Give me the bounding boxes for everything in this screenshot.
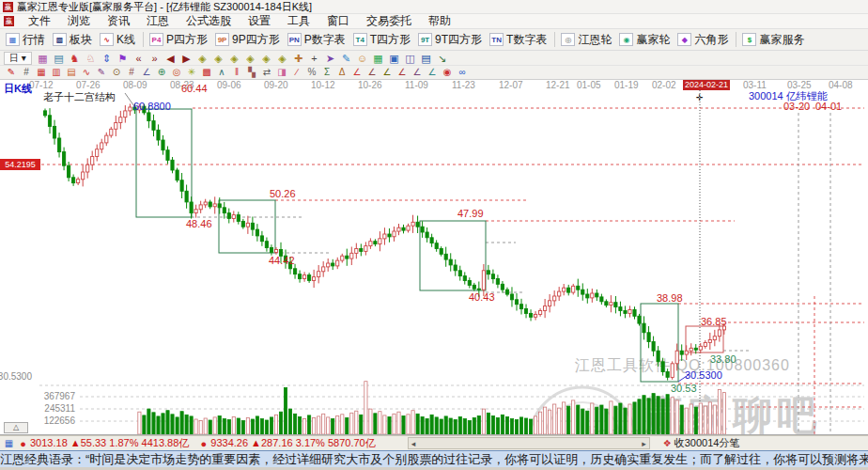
gann-box2-tool-icon[interactable]: ▥ <box>49 66 64 79</box>
hash-tool-icon[interactable]: # <box>124 66 139 79</box>
annotate-icon[interactable]: ✎ <box>338 52 354 65</box>
fence-tool-icon[interactable]: ▚ <box>244 66 259 79</box>
target-tool-icon[interactable]: ◎ <box>169 66 184 79</box>
scroll-right-icon[interactable]: ▸ <box>639 439 649 448</box>
menu-item-8[interactable]: 交易委托 <box>358 13 420 29</box>
gann-wheel-button[interactable]: ◎江恩轮 <box>558 31 616 49</box>
p-square-button[interactable]: P4P四方形 <box>147 31 212 49</box>
t-square-button[interactable]: T4T四方形 <box>350 31 415 49</box>
crosshair-icon[interactable]: + <box>306 52 322 65</box>
menu-item-9[interactable]: 帮助 <box>420 13 459 29</box>
quote-grid-icon[interactable]: ▦ <box>2 437 16 449</box>
gann-box-tool-icon[interactable]: ▦ <box>34 66 49 79</box>
tick-data-link[interactable]: ❖ 收300014分笔 <box>663 436 740 450</box>
index-icon-0[interactable]: ● <box>16 437 30 449</box>
wave-tool-icon[interactable]: ∿ <box>79 66 94 79</box>
notes-icon[interactable]: ▤ <box>51 52 67 65</box>
menu-item-4[interactable]: 公式选股 <box>178 13 240 29</box>
index-quote-1[interactable]: 9334.26 ▲287.16 3.17% 5870.70亿 <box>210 436 375 450</box>
compass-tool-icon[interactable]: ⊕ <box>154 66 169 79</box>
gann-gem-1-icon[interactable]: ◈ <box>194 52 210 65</box>
go-first-icon[interactable]: « <box>131 52 147 65</box>
gann-gem-3-icon[interactable]: ◈ <box>226 52 242 65</box>
horizontal-scrollbar[interactable]: ◂ ▸ <box>408 437 650 449</box>
pencil-tool-icon[interactable]: ✎ <box>4 66 19 79</box>
9p-square-button[interactable]: 9P9P四方形 <box>212 31 285 49</box>
slope5-tool-icon[interactable]: ∠ <box>410 66 425 79</box>
hexagon-button[interactable]: ◆六角形 <box>674 31 733 49</box>
go-last-icon[interactable]: » <box>147 52 163 65</box>
sectors-button[interactable]: ▩板块 <box>50 31 97 49</box>
menu-item-7[interactable]: 窗口 <box>318 13 358 29</box>
pillars-tool-icon[interactable]: ‖ <box>229 66 244 79</box>
select-arrow-icon[interactable]: ➤ <box>322 52 338 65</box>
wave2-icon[interactable]: ∞ <box>455 66 470 79</box>
horse-red-icon[interactable]: ♞ <box>67 52 83 65</box>
winner-service-button[interactable]: $赢家服务 <box>739 31 809 49</box>
candle <box>241 219 244 229</box>
gann-gem-6-icon[interactable]: ◈ <box>274 52 290 65</box>
screen-tool-icon[interactable]: ◨ <box>274 66 289 79</box>
9t-square-button[interactable]: 9T9T四方形 <box>415 31 487 49</box>
candle <box>397 224 400 235</box>
pen2-tool-icon[interactable]: ✎ <box>94 66 109 79</box>
candlestick-chart-svg[interactable] <box>0 80 868 435</box>
volume-bar <box>209 420 211 434</box>
index-quote-0[interactable]: 3013.18 ▲55.33 1.87% 4413.88亿 <box>30 436 189 450</box>
peaks-tool-icon[interactable]: ∧ <box>214 66 229 79</box>
go-prev-icon[interactable]: ◀ <box>163 52 178 65</box>
swap-vertical-icon[interactable]: ⇕ <box>99 52 115 65</box>
horse-outline-icon[interactable]: ♘ <box>83 52 99 65</box>
menu-item-1[interactable]: 浏览 <box>59 13 99 29</box>
p-table-button[interactable]: PNP数字表 <box>285 31 350 49</box>
quotes-button[interactable]: ▦行情 <box>3 31 50 49</box>
star-tool-icon[interactable]: ✳ <box>184 66 199 79</box>
sigma-tool-icon[interactable]: Σ <box>319 66 334 79</box>
slope3-tool-icon[interactable]: ∠ <box>380 66 395 79</box>
t-table-button[interactable]: TNT数字表 <box>487 31 551 49</box>
fan1-tool-icon[interactable]: ∕ <box>289 66 304 79</box>
panel-grid-icon[interactable]: ▦ <box>370 52 386 65</box>
menu-item-5[interactable]: 设置 <box>240 13 279 29</box>
delta-tool-icon[interactable]: Δ <box>334 66 349 79</box>
slope4-tool-icon[interactable]: ∠ <box>395 66 410 79</box>
period-day-dropdown[interactable]: 日 ▾ <box>4 52 32 65</box>
export-icon[interactable]: ↘ <box>434 52 450 65</box>
winner-wheel-button[interactable]: ◉赢家轮 <box>616 31 674 49</box>
cycle-tool-icon[interactable]: ⊙ <box>109 66 124 79</box>
menu-item-0[interactable]: 文件 <box>20 13 59 29</box>
volume-bar <box>355 411 358 434</box>
slope1-tool-icon[interactable]: ∠ <box>349 66 364 79</box>
hand-drag-icon[interactable]: ✚ <box>290 52 306 65</box>
collapse-panel-button[interactable]: △ <box>4 422 28 433</box>
percent-tool-icon[interactable]: % <box>304 66 319 79</box>
go-next-icon[interactable]: ▶ <box>178 52 194 65</box>
price-annotation: 老子十二宫结构 <box>43 91 116 102</box>
save-icon[interactable]: ▤ <box>418 52 434 65</box>
flag-icon[interactable]: ⚑ <box>115 52 131 65</box>
price-label-tool-icon[interactable]: ▤ <box>64 66 79 79</box>
scroll-left-icon[interactable]: ◂ <box>409 439 419 448</box>
candle <box>463 272 466 284</box>
axis-date: 07-26 <box>76 80 101 90</box>
grid-tool-icon[interactable]: # <box>19 66 34 79</box>
gann-gem-4-icon[interactable]: ◈ <box>242 52 258 65</box>
angle-tool-icon[interactable]: ∠ <box>139 66 154 79</box>
index-icon-1[interactable]: ● <box>196 437 210 449</box>
block-tool-icon[interactable]: ▩ <box>199 66 214 79</box>
slope2-tool-icon[interactable]: ∠ <box>364 66 380 79</box>
template-icon[interactable]: ▦ <box>35 52 51 65</box>
menu-item-3[interactable]: 江恩 <box>138 13 178 29</box>
extend-tool-icon[interactable]: ⇄ <box>259 66 274 79</box>
menu-item-2[interactable]: 资讯 <box>99 13 138 29</box>
community-icon[interactable]: ☺ <box>354 52 370 65</box>
monitor-icon[interactable]: ▣ <box>386 52 402 65</box>
window-split-icon[interactable]: ◫ <box>402 52 418 65</box>
slope6-tool-icon[interactable]: ∠ <box>425 66 440 79</box>
gann-gem-2-icon[interactable]: ◈ <box>210 52 226 65</box>
kline-button[interactable]: ∿K线 <box>97 31 140 49</box>
gann-gem-5-icon[interactable]: ◈ <box>258 52 274 65</box>
chart-area[interactable]: 江恩工具软件 QQ:100800360 赢家聊吧 liaoba.vip.com … <box>0 80 868 435</box>
menu-item-6[interactable]: 工具 <box>279 13 318 29</box>
pie-sphere-icon[interactable]: ◉ <box>440 66 455 79</box>
